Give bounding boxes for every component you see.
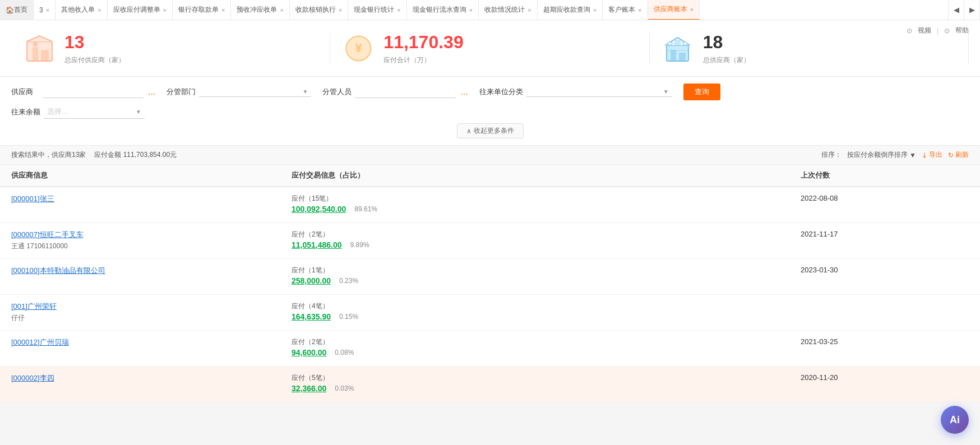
filter-row-2: 往来余额 选择... ▼ (11, 105, 969, 119)
tx-percent: 0.08% (335, 349, 354, 356)
export-button[interactable]: ⤓ 导出 (922, 150, 942, 160)
help-link[interactable]: 帮助 (955, 26, 969, 35)
close-tab-other-income[interactable]: × (98, 7, 101, 13)
divider: | (937, 27, 939, 35)
close-tab-cash-bank-flow[interactable]: × (469, 7, 473, 13)
vendor-sub: 王通 17106110000 (11, 242, 292, 251)
close-tab-3[interactable]: × (46, 7, 49, 13)
vendor-sub: 仔仔 (11, 313, 292, 323)
transaction-cell: 应付（5笔） 32,366.00 0.03% (292, 373, 801, 393)
balance-filter-group: 往来余额 选择... ▼ (11, 105, 145, 119)
nav-tab-home[interactable]: 🏠 首页 (0, 0, 34, 20)
close-tab-vendor[interactable]: × (690, 6, 694, 13)
money-icon: ¥ (341, 31, 375, 65)
close-tab-overdue[interactable]: × (593, 7, 597, 13)
close-tab-customer[interactable]: × (638, 7, 641, 13)
result-actions: 排序： 按应付余额倒序排序 ▼ ⤓ 导出 ↻ 刷新 (821, 150, 969, 160)
tx-info: 应付（4笔） 164,635.90 0.15% (292, 302, 801, 321)
top-navigation: 🏠 首页 3 × 其他收入单 × 应收应付调整单 × 银行存取款单 × 预收冲应… (0, 0, 980, 20)
collapse-button[interactable]: ∧ 收起更多条件 (457, 123, 524, 138)
dept-filter-label: 分管部门 (167, 87, 196, 97)
tx-amount[interactable]: 100,092,540.00 (292, 205, 346, 214)
close-tab-pre-collect[interactable]: × (280, 7, 283, 13)
svg-rect-11 (683, 42, 687, 45)
video-link[interactable]: 视频 (918, 26, 931, 35)
tx-row: 11,051,486.00 9.89% (292, 240, 801, 249)
tx-percent: 9.89% (350, 241, 369, 249)
last-pay-date: 2022-08-08 (801, 194, 838, 202)
vendor-link[interactable]: [000002]李四 (11, 374, 54, 382)
nav-tab-vendor-ledger[interactable]: 供应商账本 × (648, 0, 700, 20)
dept-filter-group: 分管部门 ▼ (167, 87, 311, 97)
nav-next-arrow[interactable]: ▶ (964, 0, 980, 20)
last-pay-cell: 2020-11-20 (801, 373, 969, 382)
chevron-up-icon: ∧ (466, 127, 471, 135)
tx-amount[interactable]: 32,366.00 (292, 384, 326, 393)
nav-tab-other-income[interactable]: 其他收入单 × (56, 0, 107, 20)
vendor-filter-input[interactable] (43, 86, 144, 98)
close-tab-bank-deposit[interactable]: × (221, 7, 225, 13)
tx-amount[interactable]: 164,635.90 (292, 312, 331, 321)
transaction-cell: 应付（1笔） 258,000.00 0.23% (292, 266, 801, 285)
sort-select[interactable]: 按应付余额倒序排序 ▼ (847, 150, 916, 160)
table-row: [001]广州荣轩 仔仔 应付（4笔） 164,635.90 0.15% (0, 295, 980, 331)
vendor-count-number: 13 (64, 31, 125, 53)
nav-tab-cash-bank-flow[interactable]: 现金银行流水查询 × (407, 0, 479, 20)
tx-row: 94,600.00 0.08% (292, 348, 801, 357)
sort-label: 排序： (821, 150, 842, 160)
nav-tab-ar-ap-adjust[interactable]: 应收应付调整单 × (108, 0, 173, 20)
last-pay-cell: 2021-11-17 (801, 230, 969, 238)
tx-amount[interactable]: 258,000.00 (292, 276, 331, 285)
person-filter-input[interactable] (355, 86, 456, 98)
tx-info: 应付（2笔） 11,051,486.00 9.89% (292, 230, 801, 249)
vendor-link[interactable]: [000001]张三 (11, 194, 54, 203)
vendor-count-label: 总应付供应商（家） (64, 55, 125, 65)
vendor-link[interactable]: [000007]恒旺二手叉车 (11, 230, 84, 239)
vendor-link[interactable]: [000012]广州贝瑞 (11, 338, 69, 346)
category-filter-select[interactable]: ▼ (526, 87, 672, 97)
export-label: 导出 (929, 150, 942, 160)
nav-tab-overdue-query[interactable]: 超期应收款查询 × (538, 0, 603, 20)
nav-tab-cash-bank-stat-label: 现金银行统计 (354, 5, 394, 15)
nav-tab-3[interactable]: 3 × (34, 0, 56, 20)
store-icon (661, 31, 695, 65)
close-tab-collection-stat[interactable]: × (528, 7, 531, 13)
close-tab-cash-bank-stat[interactable]: × (397, 7, 400, 13)
nav-tab-payment-verify[interactable]: 收款核销执行 × (290, 0, 348, 20)
nav-tab-bank-deposit[interactable]: 银行存取款单 × (173, 0, 231, 20)
nav-tab-customer-label: 客户账本 (608, 5, 635, 15)
balance-filter-select[interactable]: 选择... ▼ (44, 105, 145, 119)
table-row: [000012]广州贝瑞 应付（2笔） 94,600.00 0.08% 2021… (0, 331, 980, 367)
svg-rect-9 (674, 40, 681, 45)
person-filter-dots[interactable]: ... (460, 87, 468, 97)
nav-tab-pre-collect[interactable]: 预收冲应收单 × (231, 0, 289, 20)
vendor-cell: [001]广州荣轩 仔仔 (11, 302, 292, 323)
transaction-cell: 应付（2笔） 11,051,486.00 9.89% (292, 230, 801, 249)
last-pay-date: 2021-03-25 (801, 337, 838, 346)
nav-tab-collection-stat[interactable]: 收款情况统计 × (479, 0, 537, 20)
dept-filter-select[interactable]: ▼ (199, 87, 311, 97)
nav-tab-cash-bank-stat[interactable]: 现金银行统计 × (348, 0, 406, 20)
refresh-icon: ↻ (948, 151, 954, 159)
data-table: 供应商信息 应付交易信息（占比） 上次付数 [000001]张三 应付（15笔）… (0, 165, 980, 402)
tx-label: 应付（2笔） (292, 337, 801, 347)
refresh-button[interactable]: ↻ 刷新 (948, 150, 969, 160)
vendor-link[interactable]: [000100]本特勒油品有限公司 (11, 266, 105, 275)
payable-amount-content: 11,170.39 应付合计（万） (383, 31, 463, 64)
vendor-filter-dots[interactable]: ... (148, 87, 155, 97)
nav-tab-other-income-label: 其他收入单 (61, 5, 95, 15)
tx-row: 164,635.90 0.15% (292, 312, 801, 321)
close-tab-ar-ap[interactable]: × (163, 7, 167, 13)
last-pay-date: 2021-11-17 (801, 230, 838, 238)
query-button[interactable]: 查询 (683, 84, 720, 100)
category-filter-group: 往来单位分类 ▼ (479, 87, 672, 97)
tx-amount[interactable]: 94,600.00 (292, 348, 326, 357)
nav-tab-collection-stat-label: 收款情况统计 (484, 5, 525, 15)
nav-tab-customer-ledger[interactable]: 客户账本 × (603, 0, 648, 20)
table-body: [000001]张三 应付（15笔） 100,092,540.00 89.61%… (0, 187, 980, 402)
svg-rect-1 (33, 47, 38, 61)
close-tab-payment-verify[interactable]: × (339, 7, 342, 13)
vendor-link[interactable]: [001]广州荣轩 (11, 302, 57, 310)
tx-amount[interactable]: 11,051,486.00 (292, 240, 342, 249)
nav-prev-arrow[interactable]: ◀ (949, 0, 964, 20)
